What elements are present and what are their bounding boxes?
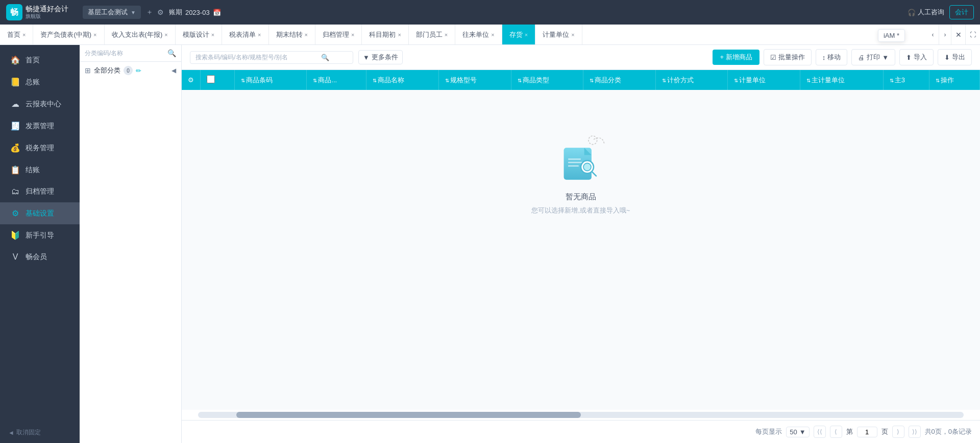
- home-icon: 🏠: [10, 55, 20, 65]
- tab-close-icon[interactable]: ×: [93, 32, 96, 38]
- tab-close-icon[interactable]: ×: [164, 32, 167, 38]
- column-header-category[interactable]: ⇅商品分类: [583, 70, 656, 90]
- tab-expand-button[interactable]: ⛶: [966, 25, 980, 45]
- tab-close-icon[interactable]: ×: [258, 32, 261, 38]
- sidebar-item-ledger[interactable]: 📒总账: [0, 71, 80, 93]
- tab-部门员工[interactable]: 部门员工×: [409, 25, 455, 45]
- close-all-tabs-button[interactable]: ✕: [951, 25, 966, 45]
- sidebar-item-tax[interactable]: 💰税务管理: [0, 137, 80, 159]
- category-collapse-icon[interactable]: ◀: [172, 67, 176, 74]
- category-header[interactable]: ⊞ 全部分类 0 ✏ ◀: [80, 62, 181, 79]
- sidebar-item-home[interactable]: 🏠首页: [0, 49, 80, 71]
- tab-税表清单[interactable]: 税表清单×: [222, 25, 268, 45]
- calendar-icon[interactable]: 📅: [213, 9, 221, 16]
- member-icon: V: [10, 252, 20, 262]
- consultation-button[interactable]: 🎧 人工咨询: [908, 8, 944, 17]
- category-count-badge: 0: [124, 66, 133, 75]
- column-header-col3[interactable]: ⇅主3: [883, 70, 929, 90]
- col-sort-icon: ⇅: [373, 78, 377, 83]
- tab-收入支出表(年报)[interactable]: 收入支出表(年报)×: [105, 25, 176, 45]
- column-header-name[interactable]: ⇅商品名称: [366, 70, 439, 90]
- col-sort-icon: ⇅: [936, 78, 940, 83]
- sidebar-item-invoice[interactable]: 🧾发票管理: [0, 115, 80, 137]
- tab-close-icon[interactable]: ×: [445, 32, 448, 38]
- tab-close-icon[interactable]: ×: [351, 32, 354, 38]
- add-tab-icon[interactable]: ＋: [146, 8, 153, 17]
- category-label: 全部分类: [94, 66, 120, 75]
- tab-模版设计[interactable]: 模版设计×: [176, 25, 222, 45]
- category-edit-icon[interactable]: ✏: [136, 67, 141, 75]
- add-product-button[interactable]: + 新增商品: [713, 50, 759, 65]
- page-input[interactable]: [857, 427, 877, 437]
- sidebar-item-member[interactable]: V畅会员: [0, 246, 80, 268]
- tab-资产负债表(中期)[interactable]: 资产负债表(中期)×: [33, 25, 104, 45]
- per-page-select[interactable]: 50 ▼: [786, 427, 809, 437]
- tab-close-icon[interactable]: ×: [491, 32, 494, 38]
- move-button[interactable]: ↕ 移动: [816, 49, 848, 65]
- settings-icon[interactable]: ⚙: [157, 8, 164, 16]
- tab-scroll-left-button[interactable]: ‹: [927, 25, 939, 45]
- tab-往来单位[interactable]: 往来单位×: [455, 25, 502, 45]
- column-header-spec[interactable]: ⇅规格型号: [438, 70, 511, 90]
- col-sort-icon: ⇅: [313, 78, 317, 83]
- grid-icon: ⊞: [85, 66, 91, 75]
- column-header-barcode[interactable]: ⇅商品条码: [234, 70, 307, 90]
- kuaiji-button[interactable]: 会计: [949, 5, 974, 19]
- column-header-price_method[interactable]: ⇅计价方式: [655, 70, 728, 90]
- sidebar-item-archive[interactable]: 🗂归档管理: [0, 181, 80, 202]
- column-header-unit[interactable]: ⇅计量单位: [728, 70, 800, 90]
- category-search-input[interactable]: [85, 50, 164, 57]
- first-page-button[interactable]: ⟨⟨: [814, 426, 826, 438]
- tab-scroll-right-button[interactable]: ›: [939, 25, 951, 45]
- column-header-code[interactable]: ⇅商品...: [307, 70, 366, 90]
- pagination: 每页显示 50 ▼ ⟨⟨ ⟨ 第 页 ⟩ ⟩⟩ 共0页，0条记录: [182, 420, 980, 443]
- unpin-icon: ◄: [8, 429, 14, 436]
- sidebar: 🏠首页📒总账☁云报表中心🧾发票管理💰税务管理📋结账🗂归档管理⚙基础设置🔰新手引导…: [0, 45, 80, 443]
- tab-close-icon[interactable]: ×: [525, 32, 528, 38]
- column-settings-icon[interactable]: ⚙: [188, 76, 194, 84]
- tab-close-icon[interactable]: ×: [398, 32, 401, 38]
- sidebar-item-closing[interactable]: 📋结账: [0, 159, 80, 181]
- scrollbar-thumb[interactable]: [236, 412, 581, 418]
- prev-page-button[interactable]: ⟨: [830, 426, 842, 438]
- sidebar-item-label: 首页: [26, 56, 40, 65]
- category-search-icon[interactable]: 🔍: [167, 49, 176, 57]
- export-button[interactable]: ⬇ 导出: [938, 49, 972, 65]
- product-search-icon[interactable]: 🔍: [321, 54, 329, 61]
- company-tab[interactable]: 基层工会测试 ▼: [83, 6, 141, 19]
- product-search-input[interactable]: [195, 54, 318, 61]
- logo-area: 畅 畅捷通好会计 旗舰版: [6, 4, 78, 20]
- tab-计量单位[interactable]: 计量单位×: [535, 25, 582, 45]
- tab-期末结转[interactable]: 期末结转×: [269, 25, 315, 45]
- period-value: 2023-03: [185, 9, 210, 16]
- sidebar-item-settings[interactable]: ⚙基础设置: [0, 202, 80, 224]
- batch-operation-button[interactable]: ☑ 批量操作: [764, 49, 812, 65]
- tab-close-icon[interactable]: ×: [571, 32, 574, 38]
- column-header-type[interactable]: ⇅商品类型: [511, 70, 583, 90]
- select-all-checkbox[interactable]: [207, 75, 215, 83]
- tab-close-icon[interactable]: ×: [211, 32, 214, 38]
- import-button[interactable]: ⬆ 导入: [899, 49, 934, 65]
- tab-close-icon[interactable]: ×: [22, 32, 26, 38]
- reports-icon: ☁: [10, 99, 20, 109]
- sidebar-item-guide[interactable]: 🔰新手引导: [0, 224, 80, 246]
- horizontal-scrollbar[interactable]: [198, 412, 964, 418]
- column-header-checkbox[interactable]: [201, 70, 235, 90]
- col-sort-icon: ⇅: [890, 78, 894, 83]
- tab-存货[interactable]: 存货×: [502, 25, 535, 45]
- table-container: ⚙⇅商品条码⇅商品...⇅商品名称⇅规格型号⇅商品类型⇅商品分类⇅计价方式⇅计量…: [182, 70, 980, 410]
- print-button[interactable]: 🖨 打印 ▼: [851, 49, 895, 65]
- tab-首页[interactable]: 首页×: [0, 25, 33, 45]
- tab-科目期初[interactable]: 科目期初×: [362, 25, 408, 45]
- company-name: 基层工会测试: [88, 8, 128, 17]
- column-header-settings[interactable]: ⚙: [182, 70, 201, 90]
- tab-归档管理[interactable]: 归档管理×: [315, 25, 362, 45]
- sidebar-footer[interactable]: ◄ 取消固定: [0, 422, 80, 443]
- more-filter-button[interactable]: ▼ 更多条件: [358, 50, 403, 64]
- column-header-main_unit[interactable]: ⇅主计量单位: [800, 70, 883, 90]
- next-page-button[interactable]: ⟩: [892, 426, 904, 438]
- column-header-action[interactable]: ⇅操作: [929, 70, 979, 90]
- tab-close-icon[interactable]: ×: [305, 32, 308, 38]
- last-page-button[interactable]: ⟩⟩: [909, 426, 921, 438]
- sidebar-item-reports[interactable]: ☁云报表中心: [0, 93, 80, 115]
